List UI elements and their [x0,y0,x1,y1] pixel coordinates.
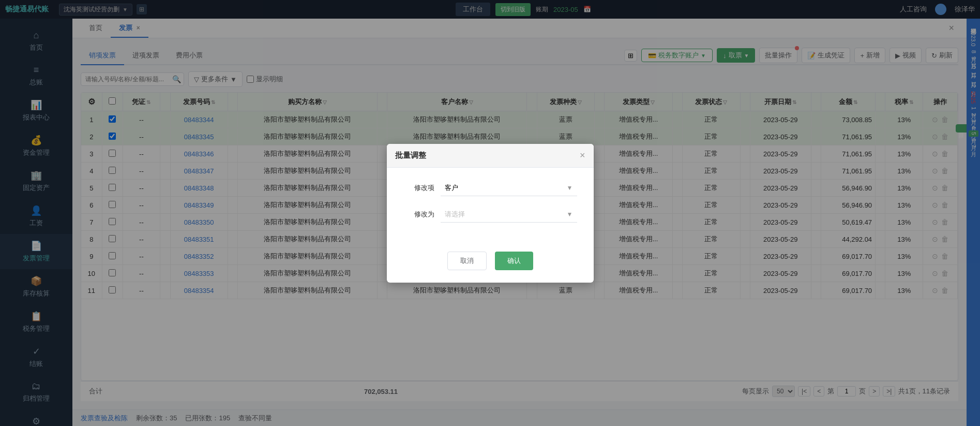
modify-to-select[interactable]: 请选择 ▼ [441,207,577,223]
modal-header: 批量调整 × [387,144,594,168]
modify-to-arrow: ▼ [567,211,573,218]
modify-to-row: 修改为 请选择 ▼ [403,207,577,223]
modify-field-select[interactable]: 客户 ▼ [441,180,577,196]
modal-confirm-btn[interactable]: 确认 [495,252,533,270]
modify-field-row: 修改项 客户 ▼ [403,180,577,196]
modify-to-label: 修改为 [403,210,434,219]
modal-title: 批量调整 [395,151,426,160]
batch-adjust-modal: 批量调整 × 修改项 客户 ▼ 修改为 请选择 ▼ 取消 确认 [387,144,594,283]
modify-field-label: 修改项 [403,183,434,193]
modify-field-value: 客户 [445,183,458,193]
modify-field-arrow: ▼ [567,184,573,192]
modal-cancel-btn[interactable]: 取消 [447,252,487,270]
modal-body: 修改项 客户 ▼ 修改为 请选择 ▼ [387,168,594,245]
modify-to-placeholder: 请选择 [445,210,465,219]
modal-overlay: 批量调整 × 修改项 客户 ▼ 修改为 请选择 ▼ 取消 确认 [0,0,980,426]
modal-close-btn[interactable]: × [580,150,585,161]
modal-footer: 取消 确认 [387,245,594,283]
